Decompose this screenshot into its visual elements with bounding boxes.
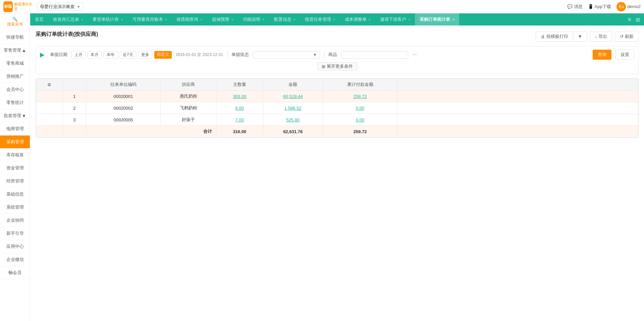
tab-warranty[interactable]: 保质期查询 × xyxy=(172,13,207,25)
more-filter-icon[interactable]: ··· xyxy=(412,52,417,58)
user-menu[interactable]: Ea demo2 xyxy=(616,2,641,11)
row2-amount[interactable]: 1,586.52 xyxy=(263,102,323,114)
row1-paid[interactable]: 259.72 xyxy=(323,91,397,102)
sidebar-item-vip[interactable]: 畅会员 xyxy=(0,266,30,279)
footer-label: 合计 xyxy=(86,126,216,138)
tab-close-function[interactable]: × xyxy=(262,17,264,21)
tab-expand[interactable]: ⊞ xyxy=(634,16,641,23)
footer-settings xyxy=(36,126,63,138)
filter-separator-2 xyxy=(324,51,324,58)
print-dropdown[interactable]: ▼ xyxy=(573,32,587,41)
sidebar-item-retail-stats[interactable]: 零售统计 xyxy=(0,96,30,109)
tab-cost-adjust[interactable]: 成本调整单 × xyxy=(340,13,375,25)
tab-close-collect-send[interactable]: × xyxy=(81,17,83,21)
sidebar-item-operations[interactable]: 经营管理 xyxy=(0,175,30,188)
tab-collect-send[interactable]: 收发存汇总表 × xyxy=(48,13,88,25)
sidebar-item-retail-mgmt[interactable]: 零售管理 ▲ xyxy=(0,44,30,57)
sidebar-item-member[interactable]: 会员中心 xyxy=(0,83,30,96)
date-btn-this-month[interactable]: 本月 xyxy=(88,51,102,59)
page-content: 采购订单统计表(按供应商) 🖨 按模板打印 ▼ ↓ 导出 xyxy=(30,25,644,321)
col-vendor-code: 往来单位编码 xyxy=(86,79,161,91)
sidebar-item-guide[interactable]: 新手引导 xyxy=(0,227,30,240)
sidebar-item-system[interactable]: 系统管理 xyxy=(0,201,30,214)
row3-extra xyxy=(397,114,638,126)
sidebar-item-inventory[interactable]: 库存核算 xyxy=(0,149,30,162)
footer-amount: 62,631.76 xyxy=(263,126,323,138)
workspace-selector[interactable]: 母婴行业演示账套 ▼ xyxy=(37,3,84,11)
workspace-dropdown-icon: ▼ xyxy=(77,5,80,9)
table-row: 2 00020002 飞鹤奶粉 6.00 1,586.52 0.00 xyxy=(36,102,638,114)
tab-picking[interactable]: 拣货任务管理 × xyxy=(300,13,340,25)
date-btn-last-month[interactable]: 上月 xyxy=(71,51,86,59)
tab-close-available-inventory[interactable]: × xyxy=(165,17,167,21)
sidebar-item-finance[interactable]: 资金管理 xyxy=(0,162,30,175)
print-button[interactable]: 🖨 按模板打印 xyxy=(536,32,573,41)
refresh-button[interactable]: ↺ 刷新 xyxy=(615,32,639,42)
tab-close-picking[interactable]: × xyxy=(333,17,335,21)
footer-paid: 259.72 xyxy=(323,126,397,138)
tab-close-purchase-order-stats[interactable]: × xyxy=(452,17,454,21)
settings-button[interactable]: 设置 xyxy=(615,50,634,60)
tab-invite[interactable]: 邀请下游客户 × xyxy=(375,13,415,25)
row1-amount[interactable]: 60,519.44 xyxy=(263,91,323,102)
tab-close-all[interactable]: ✕ xyxy=(626,16,633,23)
filter-separator-1 xyxy=(227,51,227,58)
row2-index: 2 xyxy=(63,102,86,114)
tab-close-warranty[interactable]: × xyxy=(200,17,202,21)
avatar-text: Ea xyxy=(619,4,624,9)
tab-close-config[interactable]: × xyxy=(293,17,296,21)
col-supplier: 供应商 xyxy=(161,79,216,91)
tab-available-inventory[interactable]: 可用量库存账本 × xyxy=(128,13,172,25)
sidebar-item-enterprise[interactable]: 企业协同 xyxy=(0,214,30,227)
date-btn-more[interactable]: 更多 xyxy=(138,51,152,59)
app-download-button[interactable]: 📱 App下载 xyxy=(588,4,611,10)
tab-function[interactable]: 功能说明 × xyxy=(238,13,269,25)
tab-purchase-order-stats[interactable]: 采购订单统计表 × xyxy=(415,13,459,25)
sidebar-item-search[interactable]: 🔍 搜索菜单 xyxy=(0,13,30,31)
wholesale-arrow: ▼ xyxy=(22,113,26,118)
row1-quantity[interactable]: 303.00 xyxy=(216,91,263,102)
sidebar-item-app-center[interactable]: 应用中心 xyxy=(0,240,30,253)
col-amount: 金额 xyxy=(263,79,323,91)
sidebar-item-wechat[interactable]: 企业微信 xyxy=(0,253,30,266)
expand-more-btn[interactable]: ⊞ 展开更多条件 xyxy=(317,62,357,70)
status-select[interactable]: ▼ xyxy=(253,51,320,59)
search-icon: 🔍 xyxy=(12,17,17,21)
row3-quantity[interactable]: 7.00 xyxy=(216,114,263,126)
sidebar-item-purchase[interactable]: 采购管理 xyxy=(0,136,30,149)
tab-close-requisition[interactable]: × xyxy=(121,17,123,21)
sidebar-item-retail-shop[interactable]: 零售商城 xyxy=(0,57,30,70)
sidebar-item-wholesale[interactable]: 批发管理 ▼ xyxy=(0,109,30,122)
tab-close-invite[interactable]: × xyxy=(408,17,410,21)
col-paid-amount: 累计付款金额 xyxy=(323,79,397,91)
row2-paid[interactable]: 0.00 xyxy=(323,102,397,114)
date-btn-7days[interactable]: 近7天 xyxy=(120,51,136,59)
sidebar-item-marketing[interactable]: 营销推广 xyxy=(0,70,30,83)
row3-supplier: 好孩子 xyxy=(161,114,216,126)
message-button[interactable]: 💬 消息 xyxy=(567,4,583,10)
date-btn-this-year[interactable]: 本年 xyxy=(104,51,118,59)
col-settings[interactable]: ⚙ xyxy=(36,79,63,91)
footer-index xyxy=(63,126,86,138)
custom-date-badge[interactable]: 自定义 xyxy=(154,51,172,59)
tab-close-cost-adjust[interactable]: × xyxy=(369,17,371,21)
table-row: 3 00020005 好孩子 7.00 525.80 0.00 xyxy=(36,114,638,126)
logo-area: 标版 畅捷通好生意 xyxy=(3,1,34,12)
sidebar-item-quick-nav[interactable]: 快捷导航 xyxy=(0,31,30,44)
query-button[interactable]: 查询 xyxy=(593,50,611,60)
tab-requisition[interactable]: 要货单统计表 × xyxy=(88,13,127,25)
tab-close-overstock[interactable]: × xyxy=(231,17,233,21)
filter-toggle[interactable]: ▶ xyxy=(40,51,45,58)
tab-home[interactable]: 首页 xyxy=(30,13,48,25)
export-button[interactable]: ↓ 导出 xyxy=(590,32,612,42)
row3-amount[interactable]: 525.80 xyxy=(263,114,323,126)
tab-config[interactable]: 配置信息 × xyxy=(269,13,300,25)
row3-paid[interactable]: 0.00 xyxy=(323,114,397,126)
col-extra xyxy=(397,79,638,91)
goods-input[interactable] xyxy=(341,51,408,59)
tab-overstock[interactable]: 超储预警 × xyxy=(207,13,238,25)
sidebar-item-ecommerce[interactable]: 电商管理 xyxy=(0,122,30,136)
row2-quantity[interactable]: 6.00 xyxy=(216,102,263,114)
sidebar-item-basic-info[interactable]: 基础信息 xyxy=(0,188,30,201)
footer-quantity: 316.00 xyxy=(216,126,263,138)
